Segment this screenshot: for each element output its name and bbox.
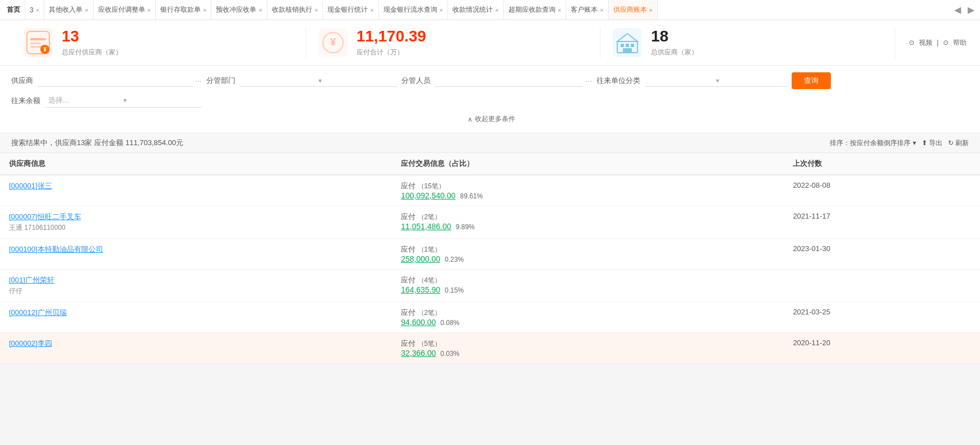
tx-amount-row: 164,635.900.15% (401, 285, 775, 294)
supplier-info-cell: [001]广州荣轩仔仔 (0, 270, 392, 302)
supplier-dots[interactable]: ··· (195, 76, 202, 85)
collapse-filter-label: 收起更多条件 (475, 114, 515, 124)
refresh-icon: ↻ (948, 139, 954, 147)
close-icon[interactable]: × (315, 7, 318, 13)
table-row: [000002]李四应付 （5笔）32,366.000.03%2020-11-2… (0, 333, 980, 364)
summary-card-total-payable: ¥ 11,170.39 应付合计（万） (306, 27, 601, 58)
refresh-label: 刷新 (955, 138, 969, 148)
tx-count: （2笔） (415, 213, 441, 221)
nav-cash-bank-stats[interactable]: 现金银行统计 × (323, 0, 378, 20)
nav-customer-ledger[interactable]: 客户账本 × (566, 0, 608, 20)
collapse-filter-button[interactable]: ∧ 收起更多条件 (11, 112, 969, 128)
tx-amount[interactable]: 94,600.00 (401, 318, 436, 327)
category-select[interactable]: ▾ (645, 75, 787, 87)
col-header-tx: 应付交易信息（占比） (392, 153, 784, 175)
tx-amount[interactable]: 11,051,486.00 (401, 222, 451, 231)
tx-info-cell: 应付 （2笔）94,600.000.08% (392, 302, 784, 333)
query-button[interactable]: 查询 (792, 72, 831, 89)
nav-bank-withdraw[interactable]: 银行存取款单 × (156, 0, 211, 20)
close-icon[interactable]: × (36, 7, 39, 13)
nav-overdue-query[interactable]: 超期应收款查询 × (504, 0, 566, 20)
nav-cash-bank-flow[interactable]: 现金银行流水查询 × (379, 0, 448, 20)
sort-select[interactable]: 排序：按应付余额倒序排序 ▾ (830, 138, 916, 148)
last-payment-cell: 2021-03-25 (784, 302, 980, 333)
supplier-sub-info: 仔仔 (9, 286, 383, 296)
close-icon[interactable]: × (558, 7, 561, 13)
export-icon: ⬆ (922, 139, 927, 147)
svg-rect-14 (631, 44, 634, 47)
table-row: [001]广州荣轩仔仔应付 （4笔）164,635.900.15% (0, 270, 980, 302)
supplier-input[interactable] (38, 75, 193, 87)
close-icon[interactable]: × (440, 7, 443, 13)
tx-amount[interactable]: 164,635.90 (401, 285, 440, 294)
data-table-wrap: 供应商信息 应付交易信息（占比） 上次付数 [000001]张三应付 （15笔）… (0, 153, 980, 364)
help-link[interactable]: 帮助 (953, 38, 967, 48)
nav-tab-3[interactable]: 3 × (25, 0, 44, 20)
nav-payment-exec[interactable]: 收款核销执行 × (267, 0, 323, 20)
close-icon[interactable]: × (600, 7, 603, 13)
svg-rect-2 (30, 38, 46, 40)
supplier-link[interactable]: [000001]张三 (9, 182, 52, 190)
tx-count: （5笔） (415, 340, 441, 347)
total-payable-amount: 11,170.39 (357, 28, 427, 45)
payable-suppliers-info: 13 总应付供应商（家） (62, 28, 122, 57)
tx-label: 应付 (401, 276, 415, 284)
close-icon[interactable]: × (85, 7, 88, 13)
close-icon[interactable]: × (495, 7, 498, 13)
tx-amount[interactable]: 258,000.00 (401, 254, 440, 263)
payable-suppliers-count: 13 (62, 28, 122, 45)
supplier-link[interactable]: [000012]广州贝瑞 (9, 308, 67, 317)
tx-amount[interactable]: 100,092,540.00 (401, 191, 455, 200)
close-icon[interactable]: × (258, 7, 262, 13)
nav-other-income[interactable]: 其他收入单 × (44, 0, 93, 20)
supplier-link[interactable]: [000100]本特勤油品有限公司 (9, 245, 103, 253)
tx-label: 应付 (401, 245, 415, 253)
last-payment-date: 2020-11-20 (793, 339, 830, 347)
summary-card-payable-suppliers: ¥ 13 总应付供应商（家） (11, 27, 306, 58)
tx-label-count: 应付 （15笔） (401, 181, 775, 191)
balance-select[interactable]: 选择... ▾ (45, 94, 202, 108)
close-icon[interactable]: × (147, 7, 151, 13)
person-dots[interactable]: ··· (585, 76, 592, 85)
nav-ar-ap-adjust[interactable]: 应收应付调整单 × (94, 0, 156, 20)
balance-filter-label: 往来余额 (11, 96, 40, 106)
close-icon[interactable]: × (370, 7, 373, 13)
table-header-row: 供应商信息 应付交易信息（占比） 上次付数 (0, 153, 980, 175)
nav-payment-stats[interactable]: 收款情况统计 × (448, 0, 503, 20)
svg-rect-15 (623, 48, 632, 53)
person-filter-label: 分管人员 (401, 76, 431, 86)
category-filter: 往来单位分类 ▾ (597, 75, 787, 87)
supplier-link[interactable]: [000007]恒旺二手叉车 (9, 212, 81, 221)
nav-next-arrow[interactable]: ▶ (964, 4, 978, 15)
tx-count: （15笔） (415, 182, 445, 190)
tx-label-count: 应付 （2笔） (401, 308, 775, 318)
supplier-table: 供应商信息 应付交易信息（占比） 上次付数 [000001]张三应付 （15笔）… (0, 153, 980, 364)
person-input[interactable] (435, 75, 583, 87)
close-icon[interactable]: × (649, 7, 653, 13)
nav-prepay-offset[interactable]: 预收冲应收单 × (211, 0, 267, 20)
total-suppliers-label: 总供应商（家） (651, 48, 698, 57)
close-icon[interactable]: × (203, 7, 206, 13)
result-actions: 排序：按应付余额倒序排序 ▾ ⬆ 导出 ↻ 刷新 (830, 138, 969, 148)
supplier-link[interactable]: [000002]李四 (9, 339, 52, 347)
nav-supplier-ledger[interactable]: 供应商账本 × (609, 0, 658, 20)
dept-select[interactable]: ▾ (240, 75, 397, 87)
balance-filter: 往来余额 选择... ▾ (11, 94, 202, 108)
table-row: [000100]本特勤油品有限公司应付 （1笔）258,000.000.23%2… (0, 239, 980, 270)
tx-amount[interactable]: 32,366.00 (401, 349, 436, 358)
nav-home[interactable]: 首页 (2, 0, 25, 20)
top-navigation: 首页 3 × 其他收入单 × 应收应付调整单 × 银行存取款单 × 预收冲应收单… (0, 0, 980, 20)
supplier-info-cell: [000100]本特勤油品有限公司 (0, 239, 392, 270)
video-link[interactable]: 视频 (919, 38, 932, 48)
nav-prev-arrow[interactable]: ◀ (951, 4, 964, 15)
last-payment-cell (784, 270, 980, 302)
refresh-button[interactable]: ↻ 刷新 (948, 138, 969, 148)
total-suppliers-icon (612, 27, 643, 58)
summary-bar: ¥ 13 总应付供应商（家） ¥ 11,170.39 应付合计（万） (0, 20, 980, 66)
tx-pct: 9.89% (456, 223, 475, 231)
supplier-link[interactable]: [001]广州荣轩 (9, 276, 54, 284)
help-icon: ⊙ (943, 39, 949, 47)
export-button[interactable]: ⬆ 导出 (922, 138, 942, 148)
video-icon: ⊙ (909, 39, 914, 47)
sort-arrow-icon: ▾ (913, 139, 916, 147)
